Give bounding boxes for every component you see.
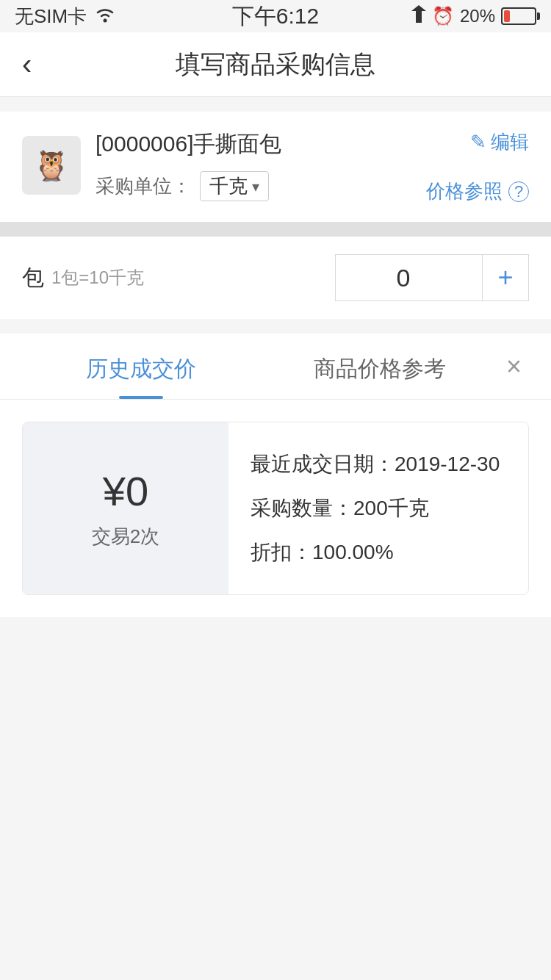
price-card: ¥0 交易2次 最近成交日期：2019-12-30 采购数量：200千克 折扣：… <box>22 422 529 595</box>
battery-percent: 20% <box>460 6 495 26</box>
tab-product-label: 商品价格参考 <box>314 356 446 381</box>
history-price-content: ¥0 交易2次 最近成交日期：2019-12-30 采购数量：200千克 折扣：… <box>0 400 551 617</box>
location-icon <box>411 5 426 27</box>
price-reference-button[interactable]: 价格参照 ? <box>426 179 529 204</box>
purchase-qty-label: 采购数量： <box>251 497 353 519</box>
recent-date-label: 最近成交日期： <box>251 453 395 475</box>
unit-value: 千克 <box>209 173 248 199</box>
product-name: [0000006]手撕面包 <box>96 129 281 159</box>
unit-dropdown-icon: ▾ <box>252 178 259 195</box>
carrier-label: 无SIM卡 <box>15 4 87 29</box>
quantity-row: 包 1包=10千克 + <box>0 237 551 319</box>
quantity-input[interactable] <box>335 254 482 301</box>
unit-label: 包 1包=10千克 <box>22 263 144 293</box>
status-bar: 无SIM卡 下午6:12 ⏰ 20% <box>0 0 551 32</box>
purchase-unit-row: 采购单位： 千克 ▾ <box>96 171 281 201</box>
edit-icon: ✎ <box>470 131 486 154</box>
edit-label: 编辑 <box>491 129 529 155</box>
product-thumbnail: 🦉 <box>22 136 81 195</box>
quantity-plus-button[interactable]: + <box>482 254 529 301</box>
tab-history-price[interactable]: 历史成交价 <box>22 334 260 399</box>
edit-button[interactable]: ✎ 编辑 <box>470 129 529 155</box>
tab-bar: 历史成交价 商品价格参考 × <box>0 334 551 400</box>
purchase-qty-row: 采购数量：200千克 <box>251 493 506 524</box>
product-image-icon: 🦉 <box>33 148 70 183</box>
product-card: 🦉 [0000006]手撕面包 采购单位： 千克 ▾ ✎ 编辑 价格参照 <box>0 112 551 222</box>
discount-value: 100.00% <box>312 541 394 563</box>
battery-fill <box>504 10 510 22</box>
discount-label: 折扣： <box>251 541 312 563</box>
status-left: 无SIM卡 <box>15 4 116 29</box>
help-icon: ? <box>508 181 529 202</box>
nav-bar: ‹ 填写商品采购信息 <box>0 32 551 97</box>
price-left-section: ¥0 交易2次 <box>23 422 228 594</box>
page-title: 填写商品采购信息 <box>176 48 375 82</box>
tab-close-button[interactable]: × <box>499 344 529 389</box>
svg-point-0 <box>104 18 107 22</box>
recent-date-value: 2019-12-30 <box>395 453 500 475</box>
product-right: ✎ 编辑 价格参照 ? <box>426 129 529 204</box>
product-header: 🦉 [0000006]手撕面包 采购单位： 千克 ▾ ✎ 编辑 价格参照 <box>22 129 529 204</box>
unit-selector[interactable]: 千克 ▾ <box>200 171 269 201</box>
battery-icon <box>501 7 536 25</box>
wifi-icon <box>94 5 116 28</box>
unit-main: 包 <box>22 263 44 293</box>
quantity-input-group: + <box>335 254 529 301</box>
back-button[interactable]: ‹ <box>22 48 66 81</box>
product-left: 🦉 [0000006]手撕面包 采购单位： 千克 ▾ <box>22 129 281 201</box>
section-divider <box>0 222 551 237</box>
purchase-qty-value: 200千克 <box>353 497 429 519</box>
alarm-icon: ⏰ <box>432 6 454 26</box>
status-time: 下午6:12 <box>232 1 319 32</box>
price-ref-label: 价格参照 <box>426 179 503 204</box>
price-amount: ¥0 <box>103 467 148 515</box>
main-content: 历史成交价 商品价格参考 × ¥0 交易2次 最近成交日期：2019-12-30… <box>0 334 551 848</box>
discount-row: 折扣：100.00% <box>251 537 506 568</box>
trade-count: 交易2次 <box>92 524 159 550</box>
tab-history-label: 历史成交价 <box>86 356 196 381</box>
recent-date-row: 最近成交日期：2019-12-30 <box>251 449 506 480</box>
status-right: ⏰ 20% <box>411 5 536 27</box>
price-right-section: 最近成交日期：2019-12-30 采购数量：200千克 折扣：100.00% <box>228 422 528 594</box>
purchase-unit-label: 采购单位： <box>96 173 191 199</box>
product-info: [0000006]手撕面包 采购单位： 千克 ▾ <box>96 129 281 201</box>
unit-sub: 1包=10千克 <box>51 266 144 289</box>
tab-product-price-ref[interactable]: 商品价格参考 <box>260 334 498 399</box>
